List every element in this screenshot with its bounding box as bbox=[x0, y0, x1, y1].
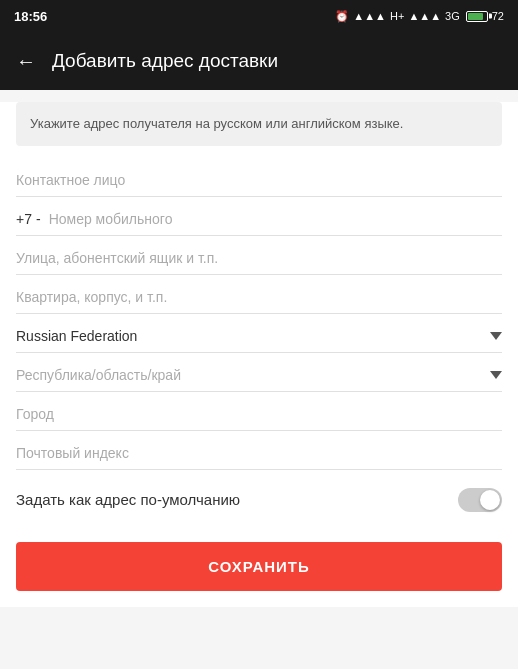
phone-separator: - bbox=[36, 211, 41, 227]
country-value: Russian Federation bbox=[16, 328, 482, 344]
status-bar: 18:56 ⏰ ▲▲▲ H+ ▲▲▲ 3G 72 bbox=[0, 0, 518, 32]
city-field bbox=[16, 392, 502, 431]
street-field bbox=[16, 236, 502, 275]
battery-icon bbox=[466, 11, 488, 22]
phone-input[interactable] bbox=[49, 211, 502, 227]
chevron-down-icon bbox=[490, 332, 502, 340]
region-select[interactable]: Республика/область/край bbox=[16, 353, 502, 392]
info-text: Укажите адрес получателя на русском или … bbox=[30, 116, 403, 131]
save-button[interactable]: СОХРАНИТЬ bbox=[16, 542, 502, 591]
default-address-row: Задать как адрес по-умолчанию bbox=[0, 470, 518, 530]
apartment-field bbox=[16, 275, 502, 314]
country-select[interactable]: Russian Federation bbox=[16, 314, 502, 353]
status-time: 18:56 bbox=[14, 9, 47, 24]
header: ← Добавить адрес доставки bbox=[0, 32, 518, 90]
phone-row: +7 - bbox=[16, 197, 502, 236]
street-input[interactable] bbox=[16, 250, 502, 266]
content-area: Укажите адрес получателя на русском или … bbox=[0, 102, 518, 607]
save-btn-container: СОХРАНИТЬ bbox=[0, 530, 518, 607]
alarm-icon: ⏰ bbox=[335, 10, 349, 23]
form-section: +7 - Russian Federation Республика/облас… bbox=[0, 158, 518, 470]
network-type: H+ bbox=[390, 10, 404, 22]
chevron-down-icon bbox=[490, 371, 502, 379]
battery-fill bbox=[468, 13, 483, 20]
phone-prefix: +7 bbox=[16, 211, 32, 227]
city-input[interactable] bbox=[16, 406, 502, 422]
signal-bars: ▲▲▲ bbox=[408, 10, 441, 22]
network-3g: 3G bbox=[445, 10, 460, 22]
region-placeholder: Республика/область/край bbox=[16, 367, 482, 383]
contact-input[interactable] bbox=[16, 172, 502, 188]
contact-field bbox=[16, 158, 502, 197]
default-address-label: Задать как адрес по-умолчанию bbox=[16, 491, 458, 508]
postal-field bbox=[16, 431, 502, 470]
info-box: Укажите адрес получателя на русском или … bbox=[16, 102, 502, 146]
back-icon: ← bbox=[16, 50, 36, 72]
postal-input[interactable] bbox=[16, 445, 502, 461]
signal-icon: ▲▲▲ bbox=[353, 10, 386, 22]
default-address-toggle[interactable] bbox=[458, 488, 502, 512]
page-title: Добавить адрес доставки bbox=[52, 50, 278, 72]
back-button[interactable]: ← bbox=[16, 51, 36, 71]
status-icons: ⏰ ▲▲▲ H+ ▲▲▲ 3G 72 bbox=[335, 10, 504, 23]
battery-level: 72 bbox=[492, 10, 504, 22]
apartment-input[interactable] bbox=[16, 289, 502, 305]
